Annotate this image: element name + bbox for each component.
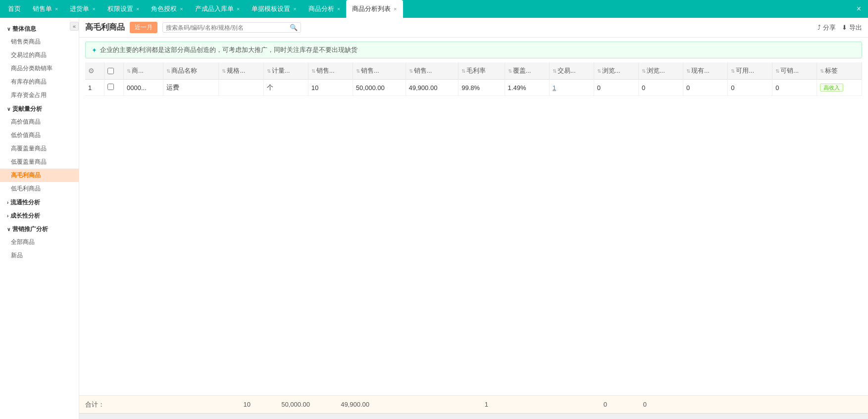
col-header-browse2[interactable]: ⇅浏览... (638, 62, 683, 80)
sort-icon: ⇅ (267, 68, 271, 74)
sidebar-collapse-button[interactable]: « (70, 22, 79, 31)
row-checkbox[interactable] (107, 84, 114, 90)
col-header-gear[interactable]: ⚙ (85, 62, 104, 80)
nav-close-icon[interactable]: × (180, 6, 183, 12)
nav-item-单据模板设置[interactable]: 单据模板设置 × (246, 0, 302, 18)
col-header-sales_profit[interactable]: ⇅销售... (406, 62, 459, 80)
col-header-name[interactable]: ⇅商品名称 (163, 62, 219, 80)
footer-label: 合计： (85, 400, 115, 409)
gear-icon[interactable]: ⚙ (88, 67, 95, 75)
sidebar-group-流通性分析[interactable]: › 流通性分析 (0, 195, 79, 209)
col-header-code[interactable]: ⇅商... (124, 62, 163, 80)
sort-icon: ⇅ (508, 68, 512, 74)
table-container: ⚙⇅商...⇅商品名称⇅规格...⇅计量...⇅销售...⇅销售...⇅销售..… (79, 62, 868, 395)
sidebar-group-整体信息[interactable]: ∨ 整体信息 (0, 22, 79, 35)
col-header-saleable[interactable]: ⇅可销... (772, 62, 817, 80)
sidebar-item-全部商品[interactable]: 全部商品 (0, 235, 79, 249)
cell-sales_profit: 49,900.00 (406, 80, 459, 96)
sidebar-group-营销推广分析[interactable]: ∨ 营销推广分析 (0, 222, 79, 235)
sidebar-item-低毛利商品[interactable]: 低毛利商品 (0, 182, 79, 195)
group-arrow-icon: ∨ (7, 26, 10, 32)
cell-saleable: 0 (772, 80, 817, 96)
nav-item-产成品入库单[interactable]: 产成品入库单 × (189, 0, 246, 18)
product-table: ⚙⇅商...⇅商品名称⇅规格...⇅计量...⇅销售...⇅销售...⇅销售..… (85, 62, 862, 96)
sort-icon: ⇅ (820, 68, 824, 74)
sidebar-item-高价值商品[interactable]: 高价值商品 (0, 115, 79, 129)
share-icon: ⤴ (817, 24, 821, 31)
sidebar-item-高覆盖量商品[interactable]: 高覆盖量商品 (0, 142, 79, 155)
sort-icon: ⇅ (311, 68, 315, 74)
col-header-spec[interactable]: ⇅规格... (219, 62, 263, 80)
sort-icon: ⇅ (642, 68, 646, 74)
share-button[interactable]: ⤴ 分享 (817, 23, 836, 32)
content-area: 高毛利商品 近一月 🔍 ⤴ 分享 ⬇ 导出 ✦ 企业的主要的利润都是这部分商品创… (79, 18, 868, 419)
sort-icon: ⇅ (409, 68, 413, 74)
nav-close-icon[interactable]: × (55, 6, 58, 12)
col-header-sales_amt[interactable]: ⇅销售... (353, 62, 406, 80)
sidebar-item-低覆盖量商品[interactable]: 低覆盖量商品 (0, 155, 79, 169)
cell-code: 0000... (124, 80, 163, 96)
page-title: 高毛利商品 (85, 22, 125, 33)
group-arrow-icon: ∨ (7, 227, 10, 232)
export-button[interactable]: ⬇ 导出 (842, 23, 862, 32)
footer-sales-qty: 10 (214, 401, 254, 408)
sidebar-item-低价值商品[interactable]: 低价值商品 (0, 129, 79, 142)
sidebar: « ∨ 整体信息销售类商品交易过的商品商品分类助销率有库存的商品库存资金占用∨ … (0, 18, 79, 419)
nav-item-销售单[interactable]: 销售单 × (27, 0, 64, 18)
search-box: 🔍 (162, 22, 301, 33)
cell-trade[interactable]: 1 (549, 80, 594, 96)
group-arrow-icon: ∨ (7, 106, 10, 112)
col-header-check[interactable] (104, 62, 123, 80)
col-header-gross_rate[interactable]: ⇅毛利率 (459, 62, 505, 80)
header-actions: ⤴ 分享 ⬇ 导出 (817, 23, 862, 32)
sidebar-item-交易过的商品[interactable]: 交易过的商品 (0, 48, 79, 62)
col-header-available[interactable]: ⇅可用... (728, 62, 772, 80)
sidebar-item-新品[interactable]: 新品 (0, 249, 79, 262)
search-input[interactable] (166, 24, 290, 31)
nav-item-角色授权[interactable]: 角色授权 × (145, 0, 189, 18)
sort-icon: ⇅ (356, 68, 360, 74)
sidebar-item-库存资金占用[interactable]: 库存资金占用 (0, 89, 79, 102)
cell-unit: 个 (263, 80, 308, 96)
select-all-checkbox[interactable] (107, 68, 114, 74)
nav-close-icon[interactable]: × (337, 6, 340, 12)
trade-link[interactable]: 1 (553, 84, 556, 92)
sidebar-item-销售类商品[interactable]: 销售类商品 (0, 35, 79, 48)
col-header-current[interactable]: ⇅现有... (683, 62, 728, 80)
cell-sales_amt: 50,000.00 (353, 80, 406, 96)
col-header-unit[interactable]: ⇅计量... (263, 62, 308, 80)
sidebar-group-成长性分析[interactable]: › 成长性分析 (0, 209, 79, 222)
nav-close-icon[interactable]: × (92, 6, 95, 12)
nav-close-icon[interactable]: × (136, 6, 139, 12)
horizontal-scrollbar[interactable] (79, 413, 868, 419)
sidebar-group-贡献量分析[interactable]: ∨ 贡献量分析 (0, 102, 79, 115)
sort-icon: ⇅ (166, 68, 170, 74)
filter-period-button[interactable]: 近一月 (130, 22, 157, 33)
sort-icon: ⇅ (222, 68, 226, 74)
nav-close-icon[interactable]: × (394, 6, 397, 12)
nav-item-商品分析[interactable]: 商品分析 × (303, 0, 346, 18)
col-header-sales_qty[interactable]: ⇅销售... (308, 62, 353, 80)
footer-sales-amt: 50,000.00 (254, 401, 313, 408)
window-close-button[interactable]: × (852, 4, 866, 13)
nav-item-商品分析列表[interactable]: 商品分析列表 × (346, 0, 403, 18)
top-navigation: 首页销售单 ×进货单 ×权限设置 ×角色授权 ×产成品入库单 ×单据模板设置 ×… (0, 0, 868, 18)
col-header-browse1[interactable]: ⇅浏览... (594, 62, 638, 80)
cell-check[interactable] (104, 80, 123, 96)
sidebar-item-高毛利商品[interactable]: 高毛利商品 (0, 169, 79, 182)
search-icon[interactable]: 🔍 (290, 24, 298, 31)
cell-browse2: 0 (638, 80, 683, 96)
nav-item-首页[interactable]: 首页 (2, 0, 27, 18)
nav-item-权限设置[interactable]: 权限设置 × (102, 0, 145, 18)
nav-close-icon[interactable]: × (293, 6, 296, 12)
sidebar-item-商品分类助销率[interactable]: 商品分类助销率 (0, 62, 79, 75)
sort-icon: ⇅ (597, 68, 601, 74)
sidebar-item-有库存的商品[interactable]: 有库存的商品 (0, 75, 79, 89)
col-header-trade[interactable]: ⇅交易... (549, 62, 594, 80)
footer-trade: 1 (452, 401, 491, 408)
cell-name: 运费 (163, 80, 219, 96)
col-header-coverage[interactable]: ⇅覆盖... (505, 62, 549, 80)
col-header-tag[interactable]: ⇅标签 (817, 62, 862, 80)
nav-close-icon[interactable]: × (237, 6, 240, 12)
nav-item-进货单[interactable]: 进货单 × (64, 0, 101, 18)
